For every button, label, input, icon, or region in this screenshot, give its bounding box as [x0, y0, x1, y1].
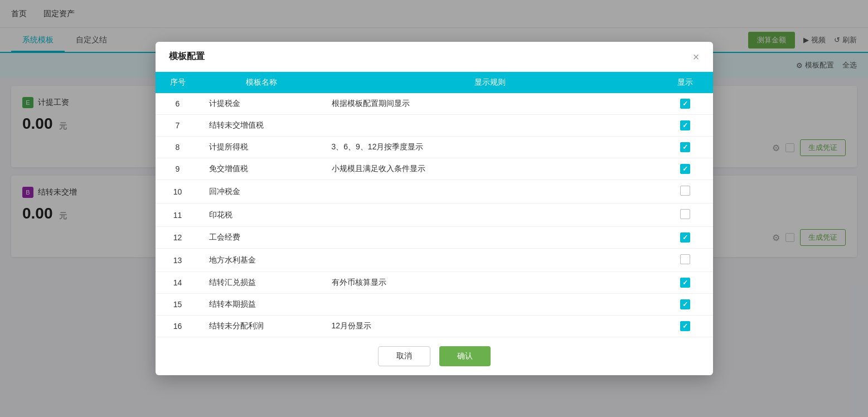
row-name: 工会经费: [200, 227, 323, 249]
row-checkbox[interactable]: [680, 186, 690, 196]
row-seq: 6: [156, 93, 200, 115]
row-name: 计提所得税: [200, 137, 323, 158]
row-name: 免交增值税: [200, 158, 323, 180]
row-seq: 8: [156, 137, 200, 158]
row-checkbox[interactable]: [680, 254, 690, 264]
row-name: 印花税: [200, 203, 323, 227]
modal-close-button[interactable]: ×: [693, 51, 700, 62]
modal-footer: 取消 确认: [156, 337, 713, 375]
row-name: 结转未分配利润: [200, 316, 323, 337]
col-rule: 显示规则: [323, 72, 657, 93]
row-rule: 3、6、9、12月按季度显示: [323, 137, 657, 158]
row-rule: [323, 180, 657, 203]
row-rule: [323, 203, 657, 227]
row-seq: 13: [156, 249, 200, 272]
table-row: 16结转未分配利润12月份显示: [156, 316, 713, 337]
modal-header: 模板配置 ×: [156, 42, 713, 72]
row-seq: 14: [156, 272, 200, 294]
table-body: 6计提税金根据模板配置期间显示7结转未交增值税8计提所得税3、6、9、12月按季…: [156, 93, 713, 337]
config-table: 序号 模板名称 显示规则 显示 6计提税金根据模板配置期间显示7结转未交增值税8…: [156, 72, 713, 337]
row-checkbox[interactable]: [680, 142, 690, 152]
row-rule: [323, 227, 657, 249]
row-rule: 有外币核算显示: [323, 272, 657, 294]
col-name: 模板名称: [200, 72, 323, 93]
row-rule: 小规模且满足收入条件显示: [323, 158, 657, 180]
col-seq: 序号: [156, 72, 200, 93]
row-seq: 16: [156, 316, 200, 337]
row-checkbox[interactable]: [680, 164, 690, 174]
row-name: 计提税金: [200, 93, 323, 115]
row-checkbox-cell: [657, 272, 713, 294]
row-checkbox-cell: [657, 137, 713, 158]
table-row: 10回冲税金: [156, 180, 713, 203]
row-checkbox-cell: [657, 93, 713, 115]
row-checkbox-cell: [657, 180, 713, 203]
row-checkbox-cell: [657, 203, 713, 227]
row-seq: 15: [156, 294, 200, 316]
template-config-modal: 模板配置 × 序号 模板名称 显示规则 显示 6计提税金根据模板配置期间显: [156, 42, 713, 375]
row-checkbox[interactable]: [680, 321, 690, 331]
table-row: 6计提税金根据模板配置期间显示: [156, 93, 713, 115]
col-display: 显示: [657, 72, 713, 93]
row-checkbox[interactable]: [680, 209, 690, 219]
modal-title: 模板配置: [169, 51, 205, 62]
row-seq: 9: [156, 158, 200, 180]
row-checkbox-cell: [657, 227, 713, 249]
row-rule: 12月份显示: [323, 316, 657, 337]
table-row: 8计提所得税3、6、9、12月按季度显示: [156, 137, 713, 158]
table-row: 9免交增值税小规模且满足收入条件显示: [156, 158, 713, 180]
row-name: 回冲税金: [200, 180, 323, 203]
row-checkbox[interactable]: [680, 278, 690, 288]
row-checkbox[interactable]: [680, 232, 690, 243]
row-seq: 10: [156, 180, 200, 203]
row-checkbox-cell: [657, 294, 713, 316]
row-seq: 11: [156, 203, 200, 227]
row-checkbox-cell: [657, 115, 713, 137]
table-row: 13地方水利基金: [156, 249, 713, 272]
row-checkbox-cell: [657, 249, 713, 272]
row-rule: [323, 249, 657, 272]
row-checkbox[interactable]: [680, 120, 690, 130]
row-name: 结转未交增值税: [200, 115, 323, 137]
table-row: 12工会经费: [156, 227, 713, 249]
row-seq: 7: [156, 115, 200, 137]
row-name: 结转汇兑损益: [200, 272, 323, 294]
row-rule: [323, 294, 657, 316]
row-name: 结转本期损益: [200, 294, 323, 316]
table-row: 14结转汇兑损益有外币核算显示: [156, 272, 713, 294]
row-checkbox[interactable]: [680, 99, 690, 109]
modal-body: 序号 模板名称 显示规则 显示 6计提税金根据模板配置期间显示7结转未交增值税8…: [156, 72, 713, 337]
row-seq: 12: [156, 227, 200, 249]
table-row: 11印花税: [156, 203, 713, 227]
row-name: 地方水利基金: [200, 249, 323, 272]
row-checkbox[interactable]: [680, 299, 690, 309]
row-checkbox-cell: [657, 316, 713, 337]
modal-scroll-area[interactable]: 序号 模板名称 显示规则 显示 6计提税金根据模板配置期间显示7结转未交增值税8…: [156, 72, 713, 337]
row-rule: [323, 115, 657, 137]
table-row: 7结转未交增值税: [156, 115, 713, 137]
cancel-button[interactable]: 取消: [378, 346, 430, 366]
modal-overlay: 模板配置 × 序号 模板名称 显示规则 显示 6计提税金根据模板配置期间显: [0, 0, 868, 417]
table-row: 15结转本期损益: [156, 294, 713, 316]
row-checkbox-cell: [657, 158, 713, 180]
table-header: 序号 模板名称 显示规则 显示: [156, 72, 713, 93]
row-rule: 根据模板配置期间显示: [323, 93, 657, 115]
confirm-button[interactable]: 确认: [439, 346, 491, 366]
